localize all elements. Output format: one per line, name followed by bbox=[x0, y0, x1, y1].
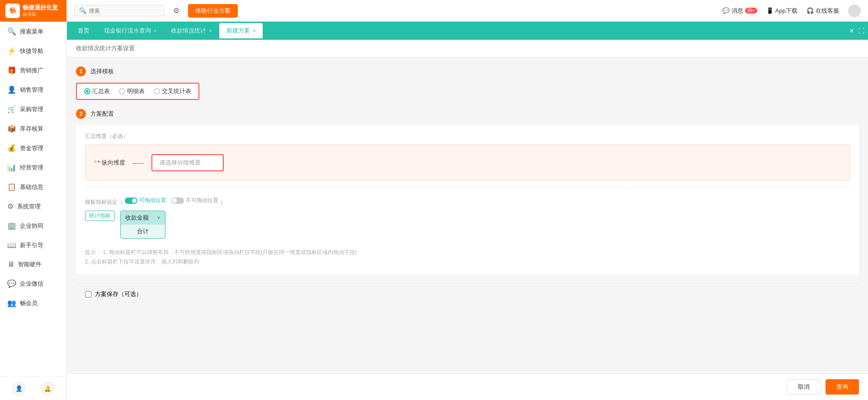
search-input[interactable] bbox=[89, 8, 160, 14]
sidebar-item-marketing[interactable]: 🎁 营销推广 bbox=[0, 61, 66, 80]
dimension-row: ** 纵向维度 —— 请选择分组维度 bbox=[94, 154, 224, 171]
sidebar-item-finance[interactable]: 💰 资金管理 bbox=[0, 138, 66, 158]
sales-icon: 👤 bbox=[7, 85, 16, 94]
save-bar: 方案保存（可选） bbox=[76, 283, 859, 305]
sidebar-bottom-icon-2[interactable]: 🔔 bbox=[40, 381, 55, 395]
indicator-settings-label: 模板指标设定（ bbox=[85, 199, 123, 205]
download-icon: 📱 bbox=[766, 7, 774, 14]
tab-new-plan-close-icon[interactable]: × bbox=[253, 28, 255, 33]
purchase-icon: 🛒 bbox=[7, 105, 16, 113]
sidebar-navigation: 🔍 搜索菜单 ⚡ 快捷导航 🎁 营销推广 👤 销售管理 🛒 采购管理 📦 库存核… bbox=[0, 22, 66, 376]
member-icon: 👥 bbox=[7, 299, 16, 307]
sidebar-item-system[interactable]: ⚙ 系统管理 bbox=[0, 197, 66, 216]
dimension-arrow: —— bbox=[132, 160, 144, 166]
dimension-row-label: ** 纵向维度 bbox=[94, 159, 125, 167]
footer-bar: 取消 查询 bbox=[67, 373, 868, 400]
sidebar-item-smart-hardware[interactable]: 🖥 智能硬件 bbox=[0, 255, 66, 274]
sidebar-item-operations[interactable]: 📊 经营管理 bbox=[0, 158, 66, 177]
tab-receipt-stats-close-icon[interactable]: × bbox=[209, 28, 212, 33]
logo-text: 畅捷通好生意 标准版 bbox=[23, 4, 58, 18]
breadcrumb: 收款情况统计方案设置 bbox=[67, 40, 868, 57]
step2-header: 2 方案配置 bbox=[76, 109, 859, 119]
radio-detail[interactable]: 明细表 bbox=[119, 87, 145, 95]
sidebar-item-quick-nav[interactable]: ⚡ 快捷导航 bbox=[0, 41, 66, 61]
sidebar-item-search-menu[interactable]: 🔍 搜索菜单 bbox=[0, 22, 66, 41]
chevron-down-icon: ∨ bbox=[157, 215, 160, 221]
notification-icon: 💬 bbox=[722, 7, 730, 14]
step1-header: 1 选择模板 bbox=[76, 66, 859, 76]
tab-expand-icon[interactable]: ⛶ bbox=[858, 27, 864, 34]
dimension-select[interactable]: 请选择分组维度 bbox=[151, 154, 224, 171]
tab-bank-flow[interactable]: 现金银行流水查询 × bbox=[97, 23, 164, 38]
sidebar-item-newbie[interactable]: 📖 新手引导 bbox=[0, 235, 66, 255]
sidebar-item-enterprise[interactable]: 🏢 企业协同 bbox=[0, 216, 66, 235]
indicator-card-body: 合计 bbox=[121, 225, 165, 238]
tab-home[interactable]: 首页 bbox=[71, 23, 97, 38]
support-item[interactable]: 🎧 在线客服 bbox=[807, 7, 839, 15]
indicators-section: 模板指标设定（ 可拖动位置 不可拖动位置 ） bbox=[85, 197, 850, 239]
enterprise-icon: 🏢 bbox=[7, 221, 16, 230]
sidebar-item-basics[interactable]: 📋 基础信息 bbox=[0, 177, 66, 197]
draggable-indicator: 可拖动位置 bbox=[125, 197, 166, 204]
sidebar-item-purchase[interactable]: 🛒 采购管理 bbox=[0, 99, 66, 119]
settings-gear-icon[interactable]: ⚙ bbox=[170, 5, 183, 17]
step1-section: 1 选择模板 汇总表 明细表 交叉统计表 bbox=[76, 66, 859, 100]
sidebar-logo: 畅 畅捷通好生意 标准版 bbox=[0, 0, 66, 22]
tab-bank-flow-close-icon[interactable]: × bbox=[154, 28, 156, 33]
tabbar: 首页 现金银行流水查询 × 收款情况统计 × 新建方案 × ✕ ⛶ bbox=[67, 22, 868, 40]
indicator-card-header[interactable]: 收款金额 ∨ bbox=[121, 211, 165, 225]
tab-new-plan[interactable]: 新建方案 × bbox=[219, 23, 263, 38]
query-button[interactable]: 查询 bbox=[826, 379, 859, 395]
radio-summary-circle bbox=[84, 88, 90, 94]
search-icon: 🔍 bbox=[79, 7, 86, 14]
topbar-search-box[interactable]: 🔍 bbox=[74, 5, 165, 16]
support-icon: 🎧 bbox=[807, 7, 814, 14]
sidebar-item-member[interactable]: 👥 畅会员 bbox=[0, 293, 66, 313]
indicator-end-paren: ） bbox=[220, 199, 226, 205]
tab-receipt-stats[interactable]: 收款情况统计 × bbox=[164, 23, 219, 38]
newbie-icon: 📖 bbox=[7, 241, 16, 249]
main-content: 🔍 ⚙ 体验行业方案 💬 消息 99+ 📱 App下载 🎧 在线客服 首页 bbox=[67, 0, 868, 400]
save-bar-label: 方案保存（可选） bbox=[95, 290, 142, 298]
dimension-area: ** 纵向维度 —— 请选择分组维度 bbox=[85, 145, 850, 181]
inventory-icon: 📦 bbox=[7, 124, 16, 133]
tabbar-right-controls: ✕ ⛶ bbox=[849, 27, 864, 34]
sidebar-bottom: 👤 🔔 bbox=[0, 376, 66, 400]
radio-cross-circle bbox=[154, 88, 160, 94]
cancel-button[interactable]: 取消 bbox=[787, 379, 821, 395]
required-star: * bbox=[94, 159, 97, 166]
notification-item[interactable]: 💬 消息 99+ bbox=[722, 7, 757, 15]
app-download-item[interactable]: 📱 App下载 bbox=[766, 7, 797, 15]
sidebar-item-inventory[interactable]: 📦 库存核算 bbox=[0, 119, 66, 138]
finance-icon: 💰 bbox=[7, 144, 16, 152]
quick-nav-icon: ⚡ bbox=[7, 47, 16, 55]
sidebar-bottom-icon-1[interactable]: 👤 bbox=[12, 381, 26, 395]
radio-cross[interactable]: 交叉统计表 bbox=[154, 87, 191, 95]
marketing-icon: 🎁 bbox=[7, 66, 16, 75]
logo-icon: 畅 bbox=[5, 4, 20, 18]
industry-solution-button[interactable]: 体验行业方案 bbox=[188, 4, 238, 18]
page-content: 收款情况统计方案设置 1 选择模板 汇总表 明细表 bbox=[67, 40, 868, 400]
indicators-label: 模板指标设定（ 可拖动位置 不可拖动位置 ） bbox=[85, 197, 850, 206]
step2-section: 2 方案配置 汇总维度（必选） ** 纵向维度 —— bbox=[76, 109, 859, 274]
topbar-right-area: 💬 消息 99+ 📱 App下载 🎧 在线客服 bbox=[722, 5, 861, 17]
content-body: 1 选择模板 汇总表 明细表 交叉统计表 bbox=[67, 57, 868, 373]
template-selection-box: 汇总表 明细表 交叉统计表 bbox=[76, 83, 199, 100]
tab-close-all-icon[interactable]: ✕ bbox=[849, 27, 854, 34]
indicator-card-amount[interactable]: 收款金额 ∨ 合计 bbox=[120, 211, 165, 239]
save-checkbox[interactable] bbox=[85, 291, 91, 297]
basics-icon: 📋 bbox=[7, 183, 16, 191]
tips-section: 提示： 1. 拖动标题栏可以调整布局，不可跨维度或指标区域拖动栏目字段(只能在同… bbox=[85, 248, 850, 267]
search-menu-icon: 🔍 bbox=[7, 27, 16, 36]
user-avatar[interactable] bbox=[848, 5, 861, 17]
radio-summary[interactable]: 汇总表 bbox=[84, 87, 110, 95]
radio-detail-circle bbox=[119, 88, 125, 94]
non-draggable-indicator: 不可拖动位置 bbox=[171, 197, 218, 204]
sidebar-item-wechat[interactable]: 💬 企业微信 bbox=[0, 274, 66, 293]
indicator-category-container: 统计指标 bbox=[85, 211, 115, 239]
topbar: 🔍 ⚙ 体验行业方案 💬 消息 99+ 📱 App下载 🎧 在线客服 bbox=[67, 0, 868, 22]
indicators-container: 统计指标 收款金额 ∨ 合计 bbox=[85, 211, 850, 239]
sidebar-item-sales[interactable]: 👤 销售管理 bbox=[0, 80, 66, 99]
operations-icon: 📊 bbox=[7, 163, 16, 172]
system-icon: ⚙ bbox=[7, 202, 14, 211]
